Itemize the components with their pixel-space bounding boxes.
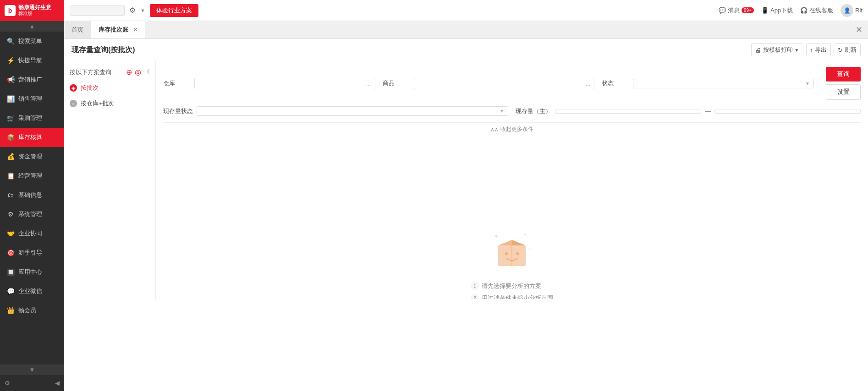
tab-panel-close-button[interactable]: ✕	[850, 21, 868, 38]
stock-status-dropdown-icon[interactable]: ▼	[500, 109, 504, 114]
sidebar-item-system[interactable]: ⚙ 系统管理	[0, 205, 64, 224]
stock-status-input-box[interactable]: ▼	[197, 106, 508, 116]
topbar-search-input[interactable]	[74, 7, 120, 14]
phone-icon: 📱	[761, 7, 769, 14]
status-field: 状态 ▼	[602, 79, 814, 88]
query-button[interactable]: 查询	[826, 67, 861, 81]
app-edition: 标准版	[18, 11, 51, 17]
sidebar-item-label: 应用中心	[18, 268, 42, 276]
svg-point-4	[505, 252, 508, 255]
app-download-item[interactable]: 📱 App下载	[761, 6, 793, 15]
page-content: 现存量查询(按批次) 🖨 按模板打印 ▼ ↑ 导出 ↻ 刷新	[64, 39, 868, 391]
topbar-right: 💬 消息 99+ 📱 App下载 🎧 在线客服 👤 Rit	[719, 4, 863, 17]
message-item[interactable]: 💬 消息 99+	[719, 6, 754, 15]
sidebar-item-operations[interactable]: 📋 经营管理	[0, 166, 64, 185]
settings-button[interactable]: 设置	[826, 84, 861, 100]
system-icon: ⚙	[6, 210, 15, 218]
tab-home[interactable]: 首页	[64, 21, 91, 38]
collapse-more-conditions[interactable]: ∧∧ 收起更多条件	[163, 122, 861, 136]
tab-close-icon[interactable]: ✕	[133, 27, 137, 33]
sidebar-item-search[interactable]: 🔍 搜索菜单	[0, 32, 64, 51]
svg-point-5	[516, 252, 519, 255]
sidebar-item-guide[interactable]: 🎯 新手引导	[0, 243, 64, 262]
page-actions: 🖨 按模板打印 ▼ ↑ 导出 ↻ 刷新	[751, 43, 861, 56]
online-service-label: 在线客服	[809, 6, 833, 15]
product-more-icon[interactable]: ...	[586, 80, 591, 87]
warehouse-field: 仓库 ...	[163, 78, 375, 89]
status-dropdown-icon[interactable]: ▼	[805, 81, 810, 86]
lightning-icon: ⚡	[6, 56, 15, 65]
page-header: 现存量查询(按批次) 🖨 按模板打印 ▼ ↑ 导出 ↻ 刷新	[64, 39, 868, 61]
sidebar-footer: ⚙ ◀	[0, 375, 64, 391]
sidebar-item-label: 系统管理	[18, 210, 42, 218]
product-field: 商品 ...	[383, 78, 595, 89]
sidebar-item-label: 畅会员	[18, 306, 36, 315]
basics-icon: 🗂	[6, 191, 15, 199]
message-label: 消息	[728, 6, 740, 15]
stock-status-field: 现存量状态 ▼	[163, 106, 508, 116]
refresh-button[interactable]: ↻ 刷新	[834, 43, 861, 56]
sidebar-scroll-down[interactable]: ▼	[0, 364, 64, 375]
sidebar-item-apps[interactable]: 🔲 应用中心	[0, 262, 64, 282]
topbar-search-box[interactable]	[70, 5, 125, 16]
hint-text-2: 用过滤条件来缩小分析范围	[482, 294, 553, 299]
footer-settings-icon[interactable]: ⚙	[5, 380, 10, 386]
warehouse-input-box[interactable]: ...	[194, 78, 375, 89]
sidebar-item-sales[interactable]: 📊 销售管理	[0, 89, 64, 109]
svg-marker-2	[512, 240, 526, 245]
user-item[interactable]: 👤 Rit	[841, 4, 863, 17]
dropdown-icon[interactable]: ▼	[140, 8, 145, 13]
online-service-item[interactable]: 🎧 在线客服	[800, 6, 833, 15]
app-logo: b	[5, 5, 16, 16]
collapse-sidebar-icon[interactable]: 《	[144, 68, 150, 76]
wechat-icon: 💬	[6, 287, 15, 295]
footer-collapse-icon[interactable]: ◀	[55, 380, 60, 386]
refresh-icon: ↻	[838, 47, 843, 54]
sidebar-item-quick-nav[interactable]: ⚡ 快捷导航	[0, 51, 64, 70]
stock-qty-from[interactable]	[555, 109, 701, 114]
print-dropdown-icon[interactable]: ▼	[795, 48, 799, 53]
avatar-icon: 👤	[844, 7, 851, 14]
sidebar-item-label: 营销推广	[18, 76, 42, 84]
empty-hints: 1 请先选择要分析的方案 2 用过滤条件来缩小分析范围	[471, 282, 553, 299]
hint-num-2: 2	[471, 294, 479, 299]
stock-qty-dash: —	[705, 108, 711, 114]
filter-results-area: 按以下方案查询 ⊕ ◎ 《 ◉ 按批次 ○ 按仓库+批次	[64, 61, 868, 299]
filter-form: 仓库 ... 商品 ...	[156, 61, 868, 172]
status-label: 状态	[602, 79, 629, 87]
filter-sidebar: 按以下方案查询 ⊕ ◎ 《 ◉ 按批次 ○ 按仓库+批次	[64, 61, 156, 299]
svg-marker-1	[498, 240, 512, 245]
sidebar-item-wechat[interactable]: 💬 企业微信	[0, 282, 64, 301]
tab-inventory-batch[interactable]: 库存批次账 ✕	[91, 21, 145, 38]
operations-icon: 📋	[6, 172, 15, 180]
status-input-box[interactable]: ▼	[633, 79, 814, 88]
experience-button[interactable]: 体验行业方案	[150, 4, 198, 17]
filter-option-warehouse-batch[interactable]: ○ 按仓库+批次	[64, 96, 155, 111]
sidebar-item-enterprise[interactable]: 🤝 企业协同	[0, 224, 64, 243]
sidebar-item-label: 快捷导航	[18, 56, 42, 65]
sidebar-item-finance[interactable]: 💰 资金管理	[0, 147, 64, 166]
sidebar-item-basics[interactable]: 🗂 基础信息	[0, 185, 64, 205]
gear-icon[interactable]: ⚙	[129, 6, 136, 15]
warehouse-more-icon[interactable]: ...	[366, 80, 371, 87]
sidebar-item-marketing[interactable]: 📢 营销推广	[0, 70, 64, 89]
sidebar-item-members[interactable]: 👑 畅会员	[0, 301, 64, 320]
search-icon: 🔍	[6, 37, 15, 45]
export-button[interactable]: ↑ 导出	[806, 43, 831, 56]
sidebar-item-purchase[interactable]: 🛒 采购管理	[0, 109, 64, 128]
message-icon: 💬	[719, 7, 726, 14]
settings-scheme-icon[interactable]: ◎	[135, 68, 141, 76]
members-icon: 👑	[6, 306, 15, 315]
add-scheme-icon[interactable]: ⊕	[126, 68, 132, 76]
enterprise-icon: 🤝	[6, 229, 15, 238]
filter-option-batch[interactable]: ◉ 按批次	[64, 80, 155, 96]
product-input-box[interactable]: ...	[414, 78, 595, 89]
sidebar-item-inventory[interactable]: 📦 库存核算	[0, 128, 64, 147]
headset-icon: 🎧	[800, 7, 808, 14]
marketing-icon: 📢	[6, 76, 15, 84]
sidebar-header: b 畅康通好生意 标准版	[0, 0, 64, 21]
sidebar-scroll-up[interactable]: ▲	[0, 21, 64, 32]
print-button[interactable]: 🖨 按模板打印 ▼	[751, 43, 803, 56]
stock-qty-to[interactable]	[714, 109, 861, 114]
batch-option-label: 按批次	[81, 84, 99, 92]
